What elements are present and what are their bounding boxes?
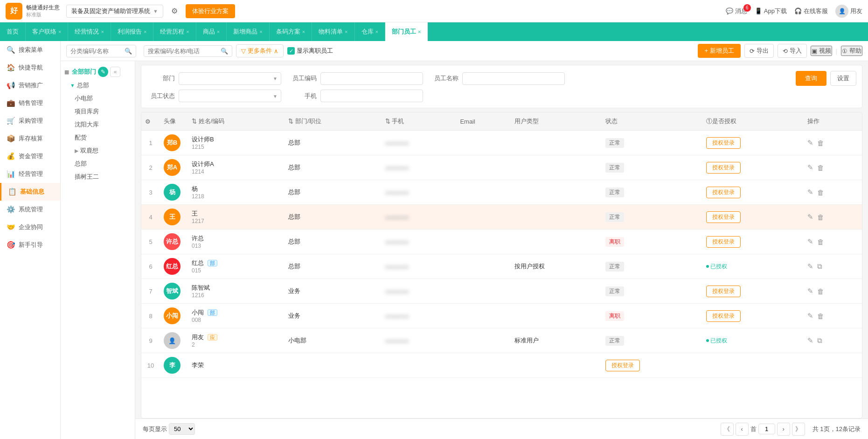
close-icon[interactable]: ×	[375, 29, 378, 35]
copy-icon[interactable]: ⧉	[817, 262, 822, 271]
dept-node-plant[interactable]: 插树王二	[61, 170, 135, 183]
sidebar-item-system[interactable]: ⚙️ 系统管理	[0, 201, 60, 218]
export-button[interactable]: ⟳ 导出	[744, 44, 774, 58]
authorize-button[interactable]: 授权登录	[706, 211, 741, 223]
close-icon[interactable]: ×	[302, 29, 305, 35]
tab-business[interactable]: 经营情况 ×	[68, 22, 111, 41]
status-select[interactable]	[179, 90, 281, 102]
edit-icon[interactable]: ✎	[807, 312, 813, 320]
tab-warehouse[interactable]: 仓库 ×	[355, 22, 385, 41]
dept-node-shenyang[interactable]: 沈阳大库	[61, 118, 135, 131]
sidebar-item-inventory[interactable]: 📦 库存核算	[0, 130, 60, 147]
page-size-select[interactable]: 50 100 200	[169, 423, 195, 435]
last-page-button[interactable]: 》	[792, 423, 805, 436]
dept-node-project[interactable]: 项目库房	[61, 105, 135, 118]
trial-button[interactable]: 体验行业方案	[186, 4, 235, 18]
first-page-button[interactable]: 《	[721, 423, 734, 436]
dept-node-head[interactable]: ▼ 总部	[61, 79, 135, 92]
more-filter-button[interactable]: ▽ 更多条件 ∧	[236, 44, 284, 57]
prev-page-button[interactable]: ‹	[736, 423, 749, 436]
dept-node-distribution[interactable]: 配货	[61, 131, 135, 144]
sidebar-item-sales[interactable]: 💼 销售管理	[0, 94, 60, 112]
delete-icon[interactable]: 🗑	[817, 164, 824, 172]
tab-customer[interactable]: 客户联络 ×	[26, 22, 68, 41]
tab-materials[interactable]: 物料清单 ×	[312, 22, 354, 41]
next-page-button[interactable]: ›	[777, 423, 790, 436]
tab-process[interactable]: 经营历程 ×	[153, 22, 196, 41]
edit-icon[interactable]: ✎	[807, 139, 813, 147]
authorize-button[interactable]: 授权登录	[706, 286, 741, 297]
all-dept-label[interactable]: 全部部门	[72, 68, 96, 76]
classify-search-input[interactable]	[70, 48, 122, 55]
close-icon[interactable]: ×	[217, 29, 220, 35]
tab-goods[interactable]: 商品 ×	[196, 22, 227, 41]
dept-node-small-elec[interactable]: 小电部	[61, 92, 135, 105]
authorize-button[interactable]: 授权登录	[706, 310, 741, 322]
close-icon[interactable]: ×	[186, 29, 189, 35]
sidebar-item-search[interactable]: 🔍 搜索菜单	[0, 41, 60, 59]
sidebar-item-finance[interactable]: 💰 资金管理	[0, 147, 60, 165]
authorize-button[interactable]: 授权登录	[706, 137, 741, 149]
delete-icon[interactable]: 🗑	[817, 139, 824, 147]
tab-department[interactable]: 部门员工 ×	[385, 22, 428, 41]
message-button[interactable]: 💬 消息 6	[726, 7, 747, 15]
delete-icon[interactable]: 🗑	[817, 312, 824, 320]
tab-new-goods[interactable]: 新增商品 ×	[227, 22, 269, 41]
authorize-button[interactable]: 授权登录	[706, 162, 741, 174]
app-download-button[interactable]: 📱 App下载	[755, 7, 787, 15]
tab-profit[interactable]: 利润报告 ×	[111, 22, 153, 41]
view-button[interactable]: ▣ 视频	[811, 46, 832, 56]
sidebar-item-guide[interactable]: 🎯 新手引导	[0, 236, 60, 254]
settings-button[interactable]: ⚙	[167, 4, 182, 19]
authorize-button[interactable]: 授权登录	[706, 236, 741, 248]
close-icon[interactable]: ×	[259, 29, 262, 35]
delete-icon[interactable]: 🗑	[817, 287, 824, 295]
employee-search-input[interactable]	[148, 48, 218, 55]
phone-input[interactable]	[320, 90, 423, 102]
query-button[interactable]: 查询	[796, 71, 826, 86]
close-icon[interactable]: ×	[345, 29, 347, 35]
edit-icon[interactable]: ✎	[807, 163, 813, 172]
close-icon[interactable]: ×	[58, 29, 61, 35]
copy-icon[interactable]: ⧉	[817, 336, 822, 345]
dept-select[interactable]	[179, 72, 281, 85]
close-icon[interactable]: ×	[101, 29, 104, 35]
authorize-button[interactable]: 授权登录	[605, 360, 640, 371]
edit-icon[interactable]: ✎	[807, 336, 813, 345]
edit-icon[interactable]: ✎	[807, 188, 813, 196]
page-number-input[interactable]	[758, 424, 775, 434]
user-info[interactable]: 👤 用友	[835, 5, 862, 18]
delete-icon[interactable]: 🗑	[817, 188, 824, 196]
employee-code-input[interactable]	[320, 72, 423, 85]
sidebar-item-nav[interactable]: 🏠 快捷导航	[0, 59, 60, 77]
sidebar-item-marketing[interactable]: 📢 营销推广	[0, 77, 60, 94]
tab-home[interactable]: 首页	[0, 22, 26, 41]
sidebar-item-operation[interactable]: 📊 经营管理	[0, 165, 60, 183]
import-button[interactable]: ⟲ 导入	[778, 44, 807, 58]
help-button[interactable]: ① 帮助	[841, 46, 862, 56]
delete-icon[interactable]: 🗑	[817, 213, 824, 221]
sidebar-item-purchase[interactable]: 🛒 采购管理	[0, 112, 60, 130]
show-resigned-toggle[interactable]: ✓ 显示离职员工	[287, 47, 333, 55]
dept-node-general[interactable]: 总部	[61, 157, 135, 170]
system-name-box[interactable]: 装备及固定资产辅助管理系统 ▼	[66, 5, 163, 18]
edit-icon[interactable]: ✎	[807, 287, 813, 295]
dept-node-double[interactable]: ▶ 双鹿想	[61, 144, 135, 157]
edit-icon[interactable]: ✎	[807, 262, 813, 271]
edit-icon[interactable]: ✎	[807, 213, 813, 221]
collapse-button[interactable]: «	[110, 67, 120, 77]
delete-icon[interactable]: 🗑	[817, 238, 824, 246]
close-icon[interactable]: ×	[418, 29, 421, 35]
close-icon[interactable]: ×	[144, 29, 146, 35]
authorize-button[interactable]: 授权登录	[706, 187, 741, 198]
tab-barcode[interactable]: 条码方案 ×	[270, 22, 312, 41]
edit-icon[interactable]: ✎	[807, 237, 813, 246]
employee-name-input[interactable]	[462, 72, 565, 85]
sidebar-item-collab[interactable]: 🤝 企业协同	[0, 218, 60, 236]
filter-settings-button[interactable]: 设置	[830, 71, 856, 86]
add-employee-button[interactable]: + 新增员工	[698, 44, 740, 58]
online-service-button[interactable]: 🎧 在线客服	[794, 7, 828, 15]
sidebar-item-basic[interactable]: 📋 基础信息	[0, 183, 60, 201]
settings-icon[interactable]: ⚙	[145, 118, 151, 125]
dept-edit-button[interactable]: ✎	[98, 67, 108, 77]
